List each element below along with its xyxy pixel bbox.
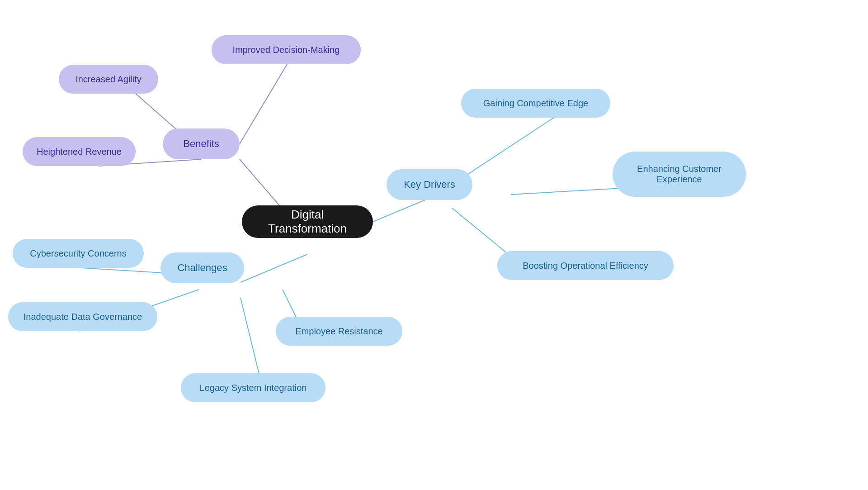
benefits-node: Benefits xyxy=(163,128,240,159)
enhancing-customer-node: Enhancing Customer Experience xyxy=(613,152,746,197)
inadequate-data-node: Inadequate Data Governance xyxy=(8,302,157,331)
increased-agility-node: Increased Agility xyxy=(59,65,158,94)
heightened-revenue-node: Heightened Revenue xyxy=(23,137,136,166)
employee-resistance-label: Employee Resistance xyxy=(295,326,382,337)
improved-decision-node: Improved Decision-Making xyxy=(212,35,361,64)
challenges-label: Challenges xyxy=(177,262,227,274)
inadequate-data-label: Inadequate Data Governance xyxy=(24,312,142,322)
cybersecurity-label: Cybersecurity Concerns xyxy=(30,248,126,259)
gaining-competitive-node: Gaining Competitive Edge xyxy=(461,89,610,118)
center-label: Digital Transformation xyxy=(255,208,360,236)
center-node: Digital Transformation xyxy=(242,205,373,238)
improved-decision-label: Improved Decision-Making xyxy=(233,45,340,55)
heightened-revenue-label: Heightened Revenue xyxy=(37,147,122,157)
boosting-operational-node: Boosting Operational Efficiency xyxy=(497,251,674,280)
key-drivers-node: Key Drivers xyxy=(387,169,472,200)
svg-line-2 xyxy=(240,64,287,144)
key-drivers-label: Key Drivers xyxy=(404,179,455,190)
boosting-operational-label: Boosting Operational Efficiency xyxy=(523,261,648,271)
cybersecurity-node: Cybersecurity Concerns xyxy=(13,239,144,268)
benefits-label: Benefits xyxy=(183,138,219,150)
svg-line-4 xyxy=(373,200,425,222)
svg-line-8 xyxy=(241,254,307,282)
employee-resistance-node: Employee Resistance xyxy=(276,317,402,346)
enhancing-customer-label: Enhancing Customer Experience xyxy=(625,164,733,185)
legacy-system-node: Legacy System Integration xyxy=(181,373,326,402)
increased-agility-label: Increased Agility xyxy=(75,74,142,85)
gaining-competitive-label: Gaining Competitive Edge xyxy=(483,98,588,109)
svg-line-6 xyxy=(511,188,628,195)
challenges-node: Challenges xyxy=(160,252,244,283)
legacy-system-label: Legacy System Integration xyxy=(200,383,307,393)
